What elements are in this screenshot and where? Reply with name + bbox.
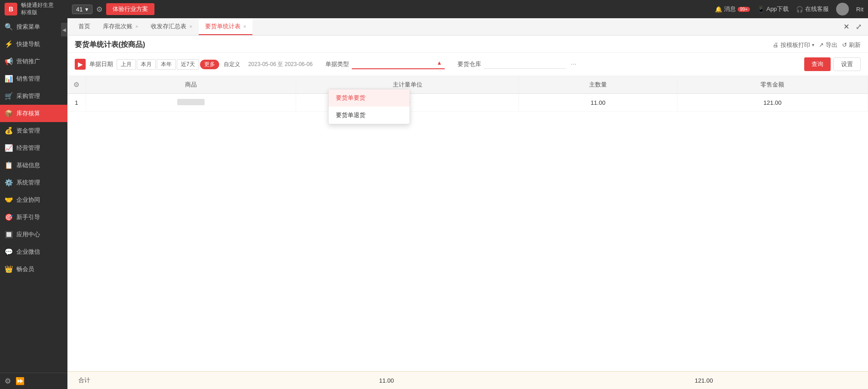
inventory-icon: 📦 bbox=[5, 109, 13, 118]
column-settings-btn[interactable]: ⚙ bbox=[73, 81, 79, 89]
export-icon: ↗ bbox=[819, 41, 824, 48]
app-download-btn[interactable]: 📱 App下载 bbox=[757, 5, 789, 13]
filter-settings-btn[interactable]: 设置 bbox=[833, 57, 861, 71]
logo-text: 畅捷通好生意 标准版 bbox=[21, 2, 54, 16]
sidebar-bottom: ⚙ ⏩ bbox=[0, 373, 67, 389]
filter-bar: ▶ 单据日期 上月 本月 本年 近7天 更多 自定义 2023-05-06 至 … bbox=[67, 53, 868, 76]
print-label: 按模板打印 bbox=[781, 41, 810, 49]
date-btn-custom[interactable]: 自定义 bbox=[220, 60, 244, 69]
filter-right-actions: 查询 设置 bbox=[804, 57, 861, 71]
filter-date-buttons: 上月 本月 本年 近7天 更多 自定义 bbox=[117, 59, 244, 70]
store-selector[interactable]: 41 ▾ bbox=[72, 5, 92, 14]
appcenter-icon: 🔲 bbox=[5, 230, 13, 239]
sidebar-collapse-btn[interactable]: ◀ bbox=[61, 23, 67, 36]
refresh-btn[interactable]: ↺ 刷新 bbox=[842, 41, 861, 49]
sidebar-item-sales[interactable]: 📊 销售管理 bbox=[0, 70, 67, 87]
warehouse-input[interactable] bbox=[484, 60, 566, 69]
store-name: 41 bbox=[76, 6, 82, 13]
sidebar-search-label: 搜索菜单 bbox=[16, 23, 40, 31]
sidebar-wechat-label: 企业微信 bbox=[16, 248, 40, 256]
filter-type-section: 单据类型 ▲ bbox=[325, 60, 445, 69]
date-btn-last-7-days[interactable]: 近7天 bbox=[177, 59, 199, 70]
sidebar-item-wechat[interactable]: 💬 企业微信 bbox=[0, 243, 67, 261]
date-btn-last-month[interactable]: 上月 bbox=[117, 59, 136, 70]
dropdown-item-order-goods[interactable]: 要货单要货 bbox=[329, 89, 410, 107]
page-actions: 🖨 按模板打印 ▾ ↗ 导出 ↺ 刷新 bbox=[773, 41, 861, 49]
sidebar-item-appcenter[interactable]: 🔲 应用中心 bbox=[0, 226, 67, 243]
headset-icon: 🎧 bbox=[796, 6, 803, 13]
tab-close-all-btn[interactable]: ✕ bbox=[842, 21, 851, 32]
sidebar-business-label: 经营管理 bbox=[16, 144, 40, 152]
cell-amount: 121.00 bbox=[677, 94, 868, 112]
sidebar-item-member[interactable]: 👑 畅会员 bbox=[0, 261, 67, 278]
guide-icon: 🎯 bbox=[5, 213, 13, 221]
sidebar-item-quicknav[interactable]: ⚡ 快捷导航 bbox=[0, 36, 67, 53]
industry-btn[interactable]: 体验行业方案 bbox=[106, 3, 154, 15]
settings-icon[interactable]: ⚙ bbox=[96, 5, 103, 14]
export-label: 导出 bbox=[826, 41, 837, 49]
sidebar-item-business[interactable]: 📈 经营管理 bbox=[0, 139, 67, 157]
sidebar-purchase-label: 采购管理 bbox=[16, 92, 40, 100]
online-service-btn[interactable]: 🎧 在线客服 bbox=[796, 5, 829, 13]
tab-close-order-stats[interactable]: × bbox=[243, 24, 246, 29]
type-input[interactable] bbox=[352, 60, 445, 69]
logo-name: 畅捷通好生意 bbox=[21, 2, 54, 9]
main-layout: ◀ 🔍 搜索菜单 ⚡ 快捷导航 📢 营销推广 📊 销售管理 🛒 采购管理 📦 库… bbox=[0, 18, 868, 389]
tab-receive-summary[interactable]: 收发存汇总表 × bbox=[144, 19, 198, 35]
sidebar-item-inventory[interactable]: 📦 库存核算 bbox=[0, 105, 67, 122]
type-label: 单据类型 bbox=[325, 60, 349, 68]
sidebar-appcenter-label: 应用中心 bbox=[16, 230, 40, 239]
enterprise-icon: 🤝 bbox=[5, 196, 13, 204]
sidebar-settings-icon[interactable]: ⚙ bbox=[5, 377, 11, 385]
tab-home[interactable]: 首页 bbox=[72, 19, 97, 35]
th-product: 商品 bbox=[86, 76, 296, 94]
purchase-icon: 🛒 bbox=[5, 92, 13, 100]
cell-product bbox=[86, 94, 296, 112]
sidebar-collapse-icon[interactable]: ⏩ bbox=[15, 377, 25, 385]
tab-close-inventory-batch[interactable]: × bbox=[135, 24, 138, 29]
app-download-label: App下载 bbox=[766, 5, 789, 13]
user-avatar[interactable] bbox=[836, 3, 849, 15]
warehouse-more-icon[interactable]: ··· bbox=[570, 60, 576, 68]
query-btn[interactable]: 查询 bbox=[804, 57, 831, 71]
sidebar-item-system[interactable]: ⚙️ 系统管理 bbox=[0, 174, 67, 191]
filter-expand-btn[interactable]: ▶ bbox=[75, 59, 86, 70]
sidebar-quicknav-label: 快捷导航 bbox=[16, 40, 40, 48]
table-header-row: ⚙ 商品 主计量单位 主数量 零售金额 bbox=[67, 76, 868, 94]
filter-warehouse-section: 要货仓库 ··· bbox=[457, 60, 576, 69]
sidebar-item-purchase[interactable]: 🛒 采购管理 bbox=[0, 87, 67, 105]
refresh-label: 刷新 bbox=[849, 41, 861, 49]
print-template-btn[interactable]: 🖨 按模板打印 ▾ bbox=[773, 41, 814, 49]
sidebar-inventory-label: 库存核算 bbox=[16, 109, 40, 118]
chevron-down-icon: ▾ bbox=[85, 6, 88, 13]
sidebar-item-guide[interactable]: 🎯 新手引导 bbox=[0, 209, 67, 226]
tab-order-stats[interactable]: 要货单统计表 × bbox=[199, 19, 252, 35]
mobile-icon: 📱 bbox=[757, 6, 765, 13]
footer-total-label: 合计 bbox=[78, 377, 90, 384]
top-header: B 畅捷通好生意 标准版 41 ▾ ⚙ 体验行业方案 🔔 消息 99+ 📱 Ap… bbox=[0, 0, 868, 18]
logo-icon: B bbox=[5, 3, 17, 15]
sidebar: ◀ 🔍 搜索菜单 ⚡ 快捷导航 📢 营销推广 📊 销售管理 🛒 采购管理 📦 库… bbox=[0, 18, 67, 389]
notifications-btn[interactable]: 🔔 消息 99+ bbox=[715, 5, 750, 13]
sidebar-item-finance[interactable]: 💰 资金管理 bbox=[0, 122, 67, 139]
sidebar-sales-label: 销售管理 bbox=[16, 75, 40, 83]
cell-qty: 11.00 bbox=[519, 94, 678, 112]
product-name-blurred bbox=[177, 99, 205, 105]
sidebar-item-marketing[interactable]: 📢 营销推广 bbox=[0, 53, 67, 70]
date-btn-this-year[interactable]: 本年 bbox=[157, 59, 176, 70]
tab-inventory-batch[interactable]: 库存批次账 × bbox=[97, 19, 144, 35]
sidebar-item-basic[interactable]: 📋 基础信息 bbox=[0, 157, 67, 174]
sidebar-item-search[interactable]: 🔍 搜索菜单 bbox=[0, 18, 67, 36]
date-btn-this-month[interactable]: 本月 bbox=[137, 59, 156, 70]
sidebar-guide-label: 新手引导 bbox=[16, 213, 40, 221]
online-service-label: 在线客服 bbox=[805, 5, 829, 13]
system-icon: ⚙️ bbox=[5, 179, 13, 187]
tab-close-receive-summary[interactable]: × bbox=[189, 24, 192, 29]
tab-expand-btn[interactable]: ⤢ bbox=[854, 21, 863, 32]
export-btn[interactable]: ↗ 导出 bbox=[819, 41, 837, 49]
dropdown-item-order-return[interactable]: 要货单退货 bbox=[329, 107, 410, 124]
search-icon: 🔍 bbox=[5, 23, 13, 31]
refresh-icon: ↺ bbox=[842, 41, 847, 48]
sidebar-item-enterprise[interactable]: 🤝 企业协同 bbox=[0, 191, 67, 209]
date-btn-more[interactable]: 更多 bbox=[200, 60, 219, 69]
